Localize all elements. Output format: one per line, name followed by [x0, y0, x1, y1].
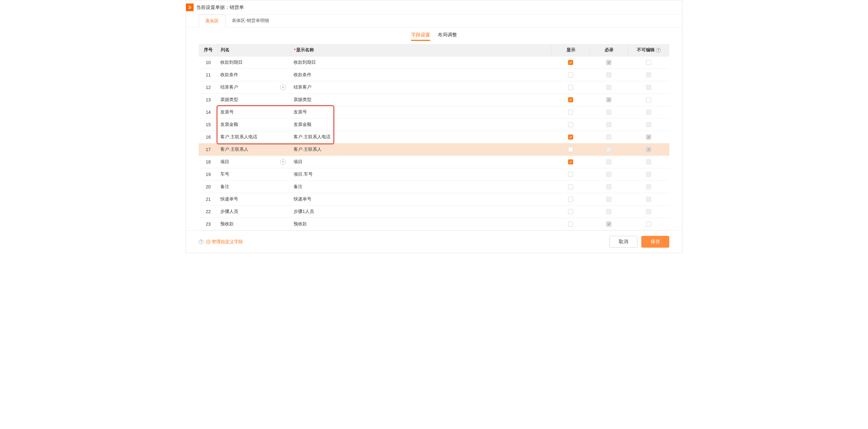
cell-lock [628, 69, 669, 81]
table-row[interactable]: 11收款条件收款条件 [199, 69, 669, 81]
table-row[interactable]: 20备注备注 [199, 181, 669, 193]
cell-required [590, 168, 628, 180]
cell-num: 21 [199, 193, 218, 205]
show-checkbox[interactable] [568, 209, 573, 214]
column-name-label: 项目 [220, 159, 229, 165]
cell-name: 项目+ [218, 156, 291, 168]
table-row[interactable]: 21快递单号快递单号 [199, 193, 669, 206]
table-row[interactable]: 13票据类型票据类型 [199, 94, 669, 106]
cell-display-name[interactable]: 客户.主联系人 [291, 143, 552, 155]
cell-display-name[interactable]: 客户.主联系人电话 [291, 131, 552, 143]
show-checkbox[interactable] [568, 172, 573, 177]
cell-display-name[interactable]: 预收款 [291, 218, 552, 230]
cell-display-name[interactable]: 项目.车号 [291, 168, 552, 180]
column-name-label: 发票号 [220, 109, 234, 115]
lock-checkbox[interactable] [646, 60, 651, 65]
cell-show [552, 206, 590, 218]
cell-show [552, 168, 590, 180]
cell-num: 11 [199, 69, 218, 81]
subtab-0[interactable]: 字段设置 [411, 32, 430, 41]
cell-display-name[interactable]: 快递单号 [291, 193, 552, 205]
cell-required [590, 119, 628, 131]
cell-name: 步骤人员 [218, 206, 291, 218]
cell-display-name[interactable]: 项目 [291, 156, 552, 168]
add-child-button[interactable]: + [280, 159, 286, 165]
cell-display-name[interactable]: 备注 [291, 181, 552, 193]
tab-1[interactable]: 表体区-销货单明细 [225, 15, 275, 27]
cell-lock [628, 143, 669, 155]
cell-num: 23 [199, 218, 218, 230]
table-row[interactable]: 16客户.主联系人电话客户.主联系人电话 [199, 131, 669, 143]
col-header-show: 显示 [552, 44, 590, 56]
show-checkbox[interactable] [568, 73, 573, 78]
help-icon[interactable]: ? [656, 48, 661, 53]
cell-num: 17 [199, 143, 218, 155]
cell-required [590, 81, 628, 93]
cell-display-name[interactable]: 票据类型 [291, 94, 552, 106]
show-checkbox[interactable] [568, 85, 573, 90]
cell-show [552, 94, 590, 106]
cell-lock [628, 168, 669, 180]
table-row[interactable]: 17客户.主联系人客户.主联系人 [199, 143, 669, 156]
show-checkbox[interactable] [568, 135, 573, 140]
manage-custom-fields-link[interactable]: 管理自定义字段 [206, 239, 243, 245]
sub-tabs: 字段设置布局调整 [186, 27, 682, 44]
cell-display-name[interactable]: 步骤1人员 [291, 206, 552, 218]
column-name-label: 客户.主联系人 [220, 147, 248, 152]
table-row[interactable]: 23预收款预收款 [199, 218, 669, 230]
cell-num: 14 [199, 106, 218, 118]
cell-display-name[interactable]: 结算客户 [291, 81, 552, 93]
show-checkbox[interactable] [568, 60, 573, 65]
show-checkbox[interactable] [568, 160, 573, 165]
show-checkbox[interactable] [568, 222, 573, 227]
cell-num: 22 [199, 206, 218, 218]
column-name-label: 发票金额 [220, 122, 238, 127]
footer-help-icon[interactable]: ? [199, 239, 204, 244]
gear-icon [206, 240, 211, 244]
table-row[interactable]: 12结算客户+结算客户 [199, 81, 669, 94]
show-checkbox[interactable] [568, 110, 573, 115]
cell-display-name[interactable]: 发票金额 [291, 119, 552, 131]
column-name-label: 收款条件 [220, 72, 238, 78]
subtab-1[interactable]: 布局调整 [438, 32, 457, 41]
show-checkbox[interactable] [568, 147, 573, 152]
table-row[interactable]: 19车号项目.车号 [199, 168, 669, 181]
tab-0[interactable]: 表头区 [199, 15, 225, 27]
show-checkbox[interactable] [568, 97, 573, 102]
cell-required [590, 181, 628, 193]
cell-display-name[interactable]: 发票号 [291, 106, 552, 118]
table-row[interactable]: 15发票金额发票金额 [199, 119, 669, 131]
lock-checkbox[interactable] [646, 97, 651, 102]
cell-show [552, 69, 590, 81]
lock-checkbox[interactable] [646, 222, 651, 227]
lock-checkbox [646, 85, 651, 90]
table-row[interactable]: 18项目+项目 [199, 156, 669, 168]
cell-display-name[interactable]: 收款到期日 [291, 56, 552, 68]
column-name-label: 客户.主联系人电话 [220, 134, 257, 140]
cancel-button[interactable]: 取消 [610, 236, 638, 248]
cell-required [590, 218, 628, 230]
header-bar: 当前设置单据：销货单 [186, 0, 682, 15]
cell-show [552, 106, 590, 118]
lock-checkbox [646, 184, 651, 189]
cell-required [590, 69, 628, 81]
show-checkbox[interactable] [568, 197, 573, 202]
table-row[interactable]: 22步骤人员步骤1人员 [199, 206, 669, 218]
show-checkbox[interactable] [568, 184, 573, 189]
table-row[interactable]: 14发票号发票号 [199, 106, 669, 119]
table-row[interactable]: 10收款到期日收款到期日 [199, 56, 669, 69]
expand-toggle-button[interactable] [186, 3, 194, 11]
add-child-button[interactable]: + [280, 84, 286, 90]
column-name-label: 车号 [220, 171, 229, 177]
required-checkbox [606, 122, 611, 127]
cell-lock [628, 206, 669, 218]
save-button[interactable]: 保存 [641, 236, 669, 248]
column-name-label: 快递单号 [220, 196, 238, 202]
cell-display-name[interactable]: 收款条件 [291, 69, 552, 81]
required-checkbox [606, 172, 611, 177]
cell-num: 15 [199, 119, 218, 131]
show-checkbox[interactable] [568, 122, 573, 127]
column-name-label: 步骤人员 [220, 209, 238, 214]
cell-required [590, 206, 628, 218]
lock-checkbox [646, 135, 651, 140]
